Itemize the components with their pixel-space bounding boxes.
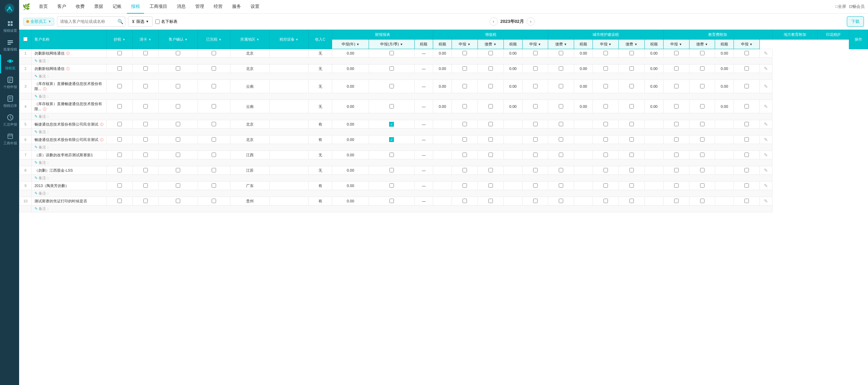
row-checkbox[interactable]	[603, 51, 608, 55]
row-checkbox[interactable]	[117, 137, 122, 142]
confirm-cell[interactable]	[158, 49, 198, 58]
row-checkbox[interactable]	[629, 104, 634, 109]
nav-shezhi[interactable]: 设置	[246, 0, 264, 14]
row-checkbox[interactable]	[117, 168, 122, 172]
sidebar-item-gongshang[interactable]: 工商年报	[0, 130, 19, 148]
qingka-cell[interactable]	[132, 151, 158, 159]
action-cell[interactable]: ✎	[760, 65, 772, 73]
jy-jiaofei-cell[interactable]	[619, 197, 645, 205]
qingka-cell[interactable]	[132, 120, 158, 129]
row-checkbox[interactable]	[629, 199, 634, 203]
zz-jiaofei-cell[interactable]	[478, 80, 503, 93]
row-checkbox[interactable]	[700, 183, 705, 188]
zz-jiaofei-cell[interactable]	[478, 136, 503, 144]
row-checkbox[interactable]	[744, 66, 749, 71]
jy-jiaofei-cell[interactable]	[619, 182, 645, 190]
sidebar-item-huizong[interactable]: 汇总申报	[0, 111, 19, 130]
qingka-cell[interactable]	[132, 197, 158, 205]
row-checkbox[interactable]	[117, 183, 122, 188]
row-checkbox[interactable]	[143, 153, 148, 157]
confirm-cell[interactable]	[158, 80, 198, 93]
df-jiaofei-cell[interactable]	[689, 65, 715, 73]
row-checkbox[interactable]	[674, 66, 679, 71]
row-checkbox[interactable]	[143, 183, 148, 188]
nav-home[interactable]: 首页	[35, 0, 52, 14]
zz-shenbao-cell[interactable]	[452, 100, 478, 113]
zz-jiaofei-cell[interactable]	[478, 197, 503, 205]
nav-jingying[interactable]: 经营	[210, 0, 227, 14]
row-checkbox[interactable]	[603, 122, 608, 126]
row-checkbox[interactable]	[143, 51, 148, 55]
jy-jiaofei-cell[interactable]	[619, 166, 645, 175]
jy-jiaofei-cell[interactable]	[619, 80, 645, 93]
row-checkbox[interactable]	[212, 122, 216, 126]
yh-shenbao-cell[interactable]	[734, 166, 760, 175]
row-checkbox[interactable]	[603, 104, 608, 109]
row-checkbox[interactable]	[533, 66, 538, 71]
jy-jiaofei-cell[interactable]	[619, 136, 645, 144]
cell-checkbox[interactable]	[389, 104, 394, 109]
col-device[interactable]: 税控设备 ▼	[269, 30, 309, 49]
row-checkbox[interactable]	[488, 122, 493, 126]
zz-jiaofei-cell[interactable]	[478, 151, 503, 159]
chaoshui-cell[interactable]	[107, 182, 133, 190]
row-checkbox[interactable]	[700, 51, 705, 55]
jy-shenbao-cell[interactable]	[593, 49, 619, 58]
row-checkbox[interactable]	[700, 168, 705, 172]
df-shenbao-cell[interactable]	[663, 100, 689, 113]
cs-jiaofei-cell[interactable]	[548, 100, 574, 113]
qingka-cell[interactable]	[132, 136, 158, 144]
jy-jiaofei-cell[interactable]	[619, 49, 645, 58]
row-checkbox[interactable]	[629, 84, 634, 88]
row-checkbox[interactable]	[629, 137, 634, 142]
df-jiaofei-cell[interactable]	[689, 151, 715, 159]
nav-guanli[interactable]: 管理	[191, 0, 208, 14]
zz-shenbao-cell[interactable]	[452, 65, 478, 73]
df-jiaofei-cell[interactable]	[689, 49, 715, 58]
qingka-cell[interactable]	[132, 65, 158, 73]
row-checkbox[interactable]	[674, 137, 679, 142]
row-checkbox[interactable]	[212, 153, 216, 157]
df-shenbao-cell[interactable]	[663, 182, 689, 190]
row-checkbox[interactable]	[143, 168, 148, 172]
row-checkbox[interactable]	[463, 183, 467, 188]
jy-shenbao-cell[interactable]	[593, 100, 619, 113]
remark-cell[interactable]: ✎ 备注：	[32, 93, 772, 100]
sidebar-item-baoshui-shezhi[interactable]: 报税设置	[0, 17, 19, 36]
zz-shenbao-cell[interactable]	[452, 136, 478, 144]
row-checkbox[interactable]	[488, 104, 493, 109]
col-zz-jiaofei[interactable]: 缴费 ▼	[478, 40, 503, 49]
cs-jiaofei-cell[interactable]	[548, 80, 574, 93]
next-period-button[interactable]: ›	[527, 17, 535, 26]
caibao-year-cell[interactable]	[369, 80, 414, 93]
row-checkbox[interactable]	[744, 199, 749, 203]
zz-shenbao-cell[interactable]	[452, 120, 478, 129]
df-shenbao-cell[interactable]	[663, 120, 689, 129]
zz-jiaofei-cell[interactable]	[478, 182, 503, 190]
row-checkbox[interactable]	[212, 168, 216, 172]
row-checkbox[interactable]	[463, 51, 467, 55]
zz-shenbao-cell[interactable]	[452, 151, 478, 159]
row-checkbox[interactable]	[700, 122, 705, 126]
paid-cell[interactable]	[198, 80, 230, 93]
cell-checkbox[interactable]	[389, 168, 394, 172]
chaoshui-cell[interactable]	[107, 120, 133, 129]
fullscreen-btn[interactable]: □全屏	[836, 4, 846, 10]
row-checkbox[interactable]	[744, 153, 749, 157]
action-cell[interactable]: ✎	[760, 197, 772, 205]
row-checkbox[interactable]	[674, 153, 679, 157]
row-checkbox[interactable]	[212, 51, 216, 55]
jy-shenbao-cell[interactable]	[593, 80, 619, 93]
jy-jiaofei-cell[interactable]	[619, 65, 645, 73]
cell-checkbox[interactable]	[389, 84, 394, 88]
nav-jizhang[interactable]: 记账	[109, 0, 126, 14]
cs-shenbao-cell[interactable]	[522, 49, 548, 58]
edit-icon[interactable]: ✎	[764, 183, 768, 188]
row-checkbox[interactable]	[143, 199, 148, 203]
chaoshui-cell[interactable]	[107, 80, 133, 93]
row-checkbox[interactable]	[533, 199, 538, 203]
row-checkbox[interactable]	[533, 183, 538, 188]
row-checkbox[interactable]	[674, 51, 679, 55]
chaoshui-cell[interactable]	[107, 100, 133, 113]
col-name[interactable]: 客户名称	[32, 30, 107, 49]
